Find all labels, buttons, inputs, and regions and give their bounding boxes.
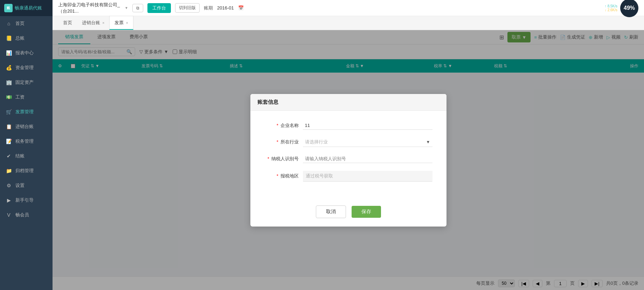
copy-button[interactable]: ⧉ xyxy=(132,4,143,12)
archive-icon: 📁 xyxy=(6,168,12,174)
sidebar-item-home[interactable]: ⌂ 首页 xyxy=(0,16,53,31)
sidebar-label-guide: 新手引导 xyxy=(15,197,34,203)
tab-invoice[interactable]: 发票 × xyxy=(109,16,133,30)
workspace-label: 工作台 xyxy=(152,5,166,11)
sidebar-label-settle: 结账 xyxy=(15,153,25,159)
modal-dialog: 账套信息 * 企业名称 * 所在行 xyxy=(250,94,446,227)
logo-icon: 账 xyxy=(4,4,13,12)
sidebar-item-archive[interactable]: 📁 归档管理 xyxy=(0,163,53,178)
modal-body: * 企业名称 * 所在行业 请选择行业 ▼ xyxy=(250,111,446,200)
speed-down: ↓ 2.6K/s xyxy=(605,8,617,12)
tax-id-input[interactable] xyxy=(303,155,432,163)
form-row-industry: * 所在行业 请选择行业 ▼ xyxy=(264,137,432,147)
cancel-button[interactable]: 取消 xyxy=(316,205,346,218)
form-row-tax-id: * 纳税人识别号 xyxy=(264,155,432,163)
calendar-icon[interactable]: 📅 xyxy=(238,5,244,11)
sidebar-item-ledger[interactable]: 📒 总账 xyxy=(0,31,53,46)
sidebar-item-settings[interactable]: ⚙ 设置 xyxy=(0,178,53,193)
tax-region-readonly: 通过税号获取 xyxy=(303,171,432,182)
period-value: 2016-01 xyxy=(217,5,234,11)
salary-icon: 💵 xyxy=(6,94,12,100)
sidebar-label-capital: 资金管理 xyxy=(15,65,34,71)
company-chevron-icon: ▼ xyxy=(125,6,128,10)
sidebar-label-settings: 设置 xyxy=(15,182,25,189)
save-button[interactable]: 保存 xyxy=(352,206,381,218)
fixed-assets-icon: 🏢 xyxy=(6,79,12,86)
cancel-label: 取消 xyxy=(326,209,336,214)
sidebar-item-settle[interactable]: ✔ 结账 xyxy=(0,149,53,163)
tab-purchase-sales-label: 进销台账 xyxy=(82,20,100,26)
tax-region-label: * 报税地区 xyxy=(264,173,303,179)
sidebar-item-fixed-assets[interactable]: 🏢 固定资产 xyxy=(0,75,53,90)
ledger-icon: 📒 xyxy=(6,35,12,41)
speed-up: ↑ 8.5K/s xyxy=(605,4,617,8)
sidebar-label-ledger: 总账 xyxy=(15,35,25,41)
company-name: 上海卯金刀电子科技有限公司_（台201... xyxy=(58,2,123,14)
sidebar-item-purchase-sales[interactable]: 📋 进销台账 xyxy=(0,119,53,134)
sidebar-label-invoice: 发票管理 xyxy=(15,109,34,115)
industry-label: * 所在行业 xyxy=(264,139,303,145)
modal-header: 账套信息 xyxy=(250,94,446,111)
logo-text: 畅康通易代账 xyxy=(15,5,42,11)
member-icon: V xyxy=(6,212,12,218)
modal-overlay: 账套信息 * 企业名称 * 所在行 xyxy=(53,30,644,290)
switch-old-label: 切到旧版 xyxy=(179,5,196,10)
sidebar-item-salary[interactable]: 💵 工资 xyxy=(0,90,53,104)
sidebar-label-archive: 归档管理 xyxy=(15,168,34,174)
tax-icon: 📝 xyxy=(6,138,12,144)
home-icon: ⌂ xyxy=(6,20,12,27)
network-percent: 49% xyxy=(624,5,635,11)
main-area: 上海卯金刀电子科技有限公司_（台201... ▼ ⧉ 工作台 切到旧版 账期 2… xyxy=(53,0,644,290)
tab-home[interactable]: 首页 xyxy=(58,16,77,30)
modal-footer: 取消 保存 xyxy=(250,200,446,227)
sidebar-label-purchase-sales: 进销台账 xyxy=(15,123,34,130)
tab-purchase-sales[interactable]: 进销台账 × xyxy=(77,16,109,30)
save-label: 保存 xyxy=(361,209,371,214)
modal-title: 账套信息 xyxy=(257,99,278,105)
sidebar-label-salary: 工资 xyxy=(15,94,25,100)
tab-invoice-label: 发票 xyxy=(115,20,124,26)
company-name-label: * 企业名称 xyxy=(264,122,303,129)
company-selector[interactable]: 上海卯金刀电子科技有限公司_（台201... ▼ xyxy=(58,2,128,14)
topbar: 上海卯金刀电子科技有限公司_（台201... ▼ ⧉ 工作台 切到旧版 账期 2… xyxy=(53,0,644,16)
form-row-company-name: * 企业名称 xyxy=(264,121,432,130)
form-row-tax-region: * 报税地区 通过税号获取 xyxy=(264,171,432,182)
industry-placeholder: 请选择行业 xyxy=(305,139,328,145)
required-star-4: * xyxy=(277,173,278,178)
network-indicator: 49% xyxy=(620,0,638,17)
switch-old-button[interactable]: 切到旧版 xyxy=(175,3,200,13)
network-speeds: ↑ 8.5K/s ↓ 2.6K/s xyxy=(605,4,617,12)
sidebar-item-member[interactable]: V 畅会员 xyxy=(0,208,53,222)
reports-icon: 📊 xyxy=(6,50,12,56)
sidebar-label-reports: 报表中心 xyxy=(15,50,34,56)
sidebar-label-tax: 税务管理 xyxy=(15,138,34,144)
sidebar-item-reports[interactable]: 📊 报表中心 xyxy=(0,46,53,60)
industry-select[interactable]: 请选择行业 ▼ xyxy=(303,137,432,147)
sidebar: 账 畅康通易代账 ⌂ 首页 📒 总账 📊 报表中心 💰 资金管理 🏢 固定资产 … xyxy=(0,0,53,290)
sidebar-logo: 账 畅康通易代账 xyxy=(0,0,53,16)
tab-invoice-close-icon[interactable]: × xyxy=(126,21,128,25)
sidebar-item-invoice[interactable]: 🛒 发票管理 xyxy=(0,104,53,119)
copy-icon: ⧉ xyxy=(136,6,139,11)
workspace-button[interactable]: 工作台 xyxy=(147,3,171,13)
tabbar: 首页 进销台账 × 发票 × xyxy=(53,16,644,30)
capital-icon: 💰 xyxy=(6,65,12,71)
settings-icon: ⚙ xyxy=(6,182,12,189)
sidebar-label-fixed-assets: 固定资产 xyxy=(15,79,34,86)
sidebar-label-home: 首页 xyxy=(15,20,25,27)
tab-purchase-sales-close-icon[interactable]: × xyxy=(102,21,104,25)
period-label: 账期 xyxy=(204,5,213,11)
company-name-input[interactable] xyxy=(303,121,432,130)
sidebar-item-capital[interactable]: 💰 资金管理 xyxy=(0,60,53,75)
sidebar-item-guide[interactable]: ▶ 新手引导 xyxy=(0,193,53,208)
tab-home-label: 首页 xyxy=(63,20,72,26)
sidebar-label-member: 畅会员 xyxy=(15,212,29,218)
guide-icon: ▶ xyxy=(6,197,12,203)
topbar-right: ↑ 8.5K/s ↓ 2.6K/s 49% xyxy=(605,0,638,17)
required-star-2: * xyxy=(277,139,278,144)
invoice-icon: 🛒 xyxy=(6,109,12,115)
required-star-3: * xyxy=(268,156,269,161)
content-area: 销项发票 进项发票 费用小票 ⊞ 取票 ▼ ≡ 批量操作 xyxy=(53,30,644,290)
sidebar-item-tax[interactable]: 📝 税务管理 xyxy=(0,134,53,149)
settle-icon: ✔ xyxy=(6,153,12,159)
